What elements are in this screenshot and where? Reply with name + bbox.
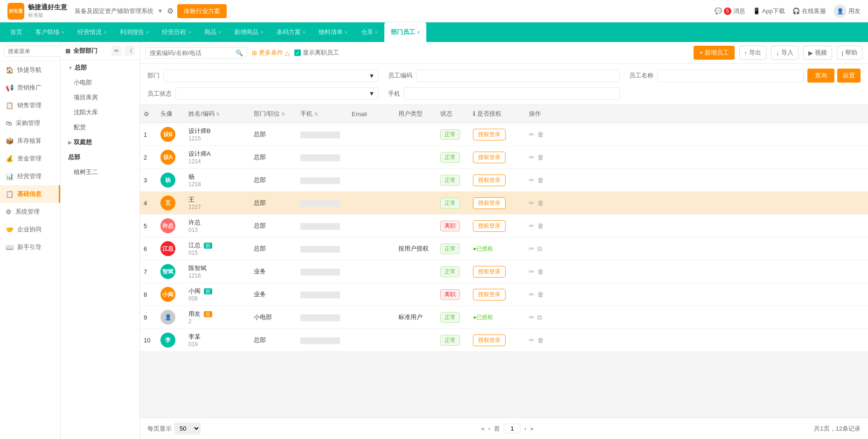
help-button[interactable]: | 帮助 (837, 46, 862, 60)
sidebar-item-guide[interactable]: 📖 新手引导 (0, 238, 60, 256)
tab-add-goods[interactable]: 新增商品 × (228, 22, 270, 42)
delete-icon[interactable]: 🗑 (537, 153, 544, 161)
sidebar-item-marketing[interactable]: 📢 营销推广 (0, 79, 60, 97)
col-phone[interactable]: 手机 ⇅ (297, 105, 348, 123)
more-conditions-toggle[interactable]: ⊞ 更多条件 △ (252, 49, 290, 57)
tab-goods-close[interactable]: × (218, 29, 221, 35)
delete-icon[interactable]: 🗑 (537, 176, 544, 184)
edit-icon[interactable]: ✏ (529, 291, 535, 298)
app-download-button[interactable]: 📱 App下载 (753, 7, 785, 15)
next-page-button[interactable]: › (524, 425, 526, 432)
edit-icon[interactable]: ✏ (529, 222, 535, 230)
tab-customer-close[interactable]: × (62, 29, 64, 35)
delete-icon[interactable]: 🗑 (537, 222, 544, 230)
dept-sort-icon[interactable]: ⇅ (281, 111, 285, 117)
tab-profit-close[interactable]: × (146, 29, 149, 35)
auth-button[interactable]: 授权登录 (473, 129, 506, 140)
emp-name-input[interactable] (657, 70, 804, 82)
dept-node-shenyang[interactable]: 沈阳大库 (61, 105, 139, 120)
tab-profit[interactable]: 利润报告 × (113, 22, 155, 42)
tab-bom[interactable]: 物料清单 × (312, 22, 354, 42)
edit-icon[interactable]: ✏ (529, 268, 535, 275)
sidebar-item-inventory[interactable]: 📦 库存核算 (0, 132, 60, 150)
dept-node-zongbu2[interactable]: 总部 (61, 150, 139, 165)
emp-code-input[interactable] (416, 70, 619, 82)
dept-node-zhishu[interactable]: 植树王二 (61, 165, 139, 180)
sidebar-item-enterprise[interactable]: 🤝 企业协同 (0, 221, 60, 238)
edit-icon[interactable]: ✏ (529, 153, 535, 161)
dept-collapse-icon[interactable]: 《 (125, 46, 135, 56)
tab-employee[interactable]: 部门员工 × (384, 22, 426, 42)
auth-button[interactable]: 授权登录 (473, 197, 506, 209)
user-menu[interactable]: 👤 用友 (833, 5, 861, 18)
last-page-button[interactable]: » (530, 425, 533, 432)
sidebar-item-finance[interactable]: 💰 资金管理 (0, 150, 60, 167)
dept-node-xiangmu[interactable]: 项目库房 (61, 90, 139, 105)
dept-edit-icon[interactable]: ✏ (111, 46, 122, 56)
edit-icon[interactable]: ✏ (529, 131, 535, 138)
col-name-code[interactable]: 姓名/编码 ⇅ (185, 105, 250, 123)
auth-button[interactable]: 授权登录 (473, 174, 506, 186)
tab-barcode[interactable]: 条码方案 × (270, 22, 312, 42)
trial-button[interactable]: 体验行业方案 (177, 4, 227, 18)
tab-employee-close[interactable]: × (417, 29, 420, 35)
dept-node-xiaodiandbu[interactable]: 小电部 (61, 75, 139, 90)
tab-journey[interactable]: 经营历程 × (155, 22, 197, 42)
tab-operations[interactable]: 经营情况 × (71, 22, 113, 42)
copy-icon[interactable]: ⧉ (537, 245, 542, 253)
online-service-button[interactable]: 🎧 在线客服 (792, 7, 826, 15)
tab-add-goods-close[interactable]: × (260, 29, 263, 35)
add-employee-button[interactable]: + 新增员工 (694, 46, 734, 60)
edit-icon[interactable]: ✏ (529, 336, 535, 344)
first-page-button[interactable]: « (481, 425, 485, 432)
delete-icon[interactable]: 🗑 (537, 131, 544, 138)
dept-node-shuangting[interactable]: ▶ 双庭想 (61, 135, 139, 150)
tab-goods[interactable]: 商品 × (198, 22, 228, 42)
sidebar-item-quick-nav[interactable]: 🏠 快捷导航 (0, 61, 60, 79)
delete-icon[interactable]: 🗑 (537, 268, 544, 275)
gear-icon[interactable]: ⚙ (167, 7, 174, 15)
copy-icon[interactable]: ⧉ (537, 314, 542, 321)
dept-node-zongbu[interactable]: ▼ 总部 (61, 60, 139, 75)
video-button[interactable]: ▶ 视频 (803, 46, 832, 60)
tab-barcode-close[interactable]: × (303, 29, 306, 35)
edit-icon[interactable]: ✏ (529, 199, 535, 207)
show-resigned-toggle[interactable]: ✓ 显示离职员工 (294, 49, 339, 57)
prev-page-button[interactable]: ‹ (488, 425, 490, 432)
col-dept-position[interactable]: 部门/职位 ⇅ (250, 105, 297, 123)
delete-icon[interactable]: 🗑 (537, 291, 544, 298)
delete-icon[interactable]: 🗑 (537, 336, 544, 344)
tab-customer[interactable]: 客户联络 × (29, 22, 71, 42)
tab-operations-close[interactable]: × (104, 29, 106, 35)
delete-icon[interactable]: 🗑 (537, 199, 544, 207)
system-dropdown-arrow[interactable]: ▼ (157, 7, 163, 14)
message-button[interactable]: 💬 5 消息 (715, 7, 745, 15)
emp-status-select[interactable]: ▼ (175, 87, 379, 100)
sidebar-item-purchase[interactable]: 🛍 采购管理 (0, 114, 60, 132)
phone-input[interactable] (404, 87, 619, 100)
sidebar-item-sales[interactable]: 📋 销售管理 (0, 97, 60, 114)
filter-reset-button[interactable]: 设置 (837, 69, 861, 83)
page-number-input[interactable] (504, 424, 521, 433)
tab-journey-close[interactable]: × (188, 29, 191, 35)
sidebar-item-operations[interactable]: 📊 经营管理 (0, 167, 60, 185)
dept-filter-select[interactable]: ▼ (163, 70, 379, 82)
export-button[interactable]: ↑ 导出 (739, 46, 767, 60)
tab-bom-close[interactable]: × (345, 29, 347, 35)
dept-node-peihuo[interactable]: 配货 (61, 120, 139, 135)
import-button[interactable]: ↓ 导入 (771, 46, 799, 60)
sidebar-item-system[interactable]: ⚙ 系统管理 (0, 203, 60, 221)
tab-warehouse-close[interactable]: × (375, 29, 378, 35)
auth-button[interactable]: 授权登录 (473, 152, 506, 163)
tab-home[interactable]: 首页 (4, 22, 29, 42)
edit-icon[interactable]: ✏ (529, 176, 535, 184)
auth-button[interactable]: 授权登录 (473, 289, 506, 300)
phone-sort-icon[interactable]: ⇅ (314, 111, 318, 117)
auth-button[interactable]: 授权登录 (473, 334, 506, 346)
employee-search-input[interactable] (150, 49, 234, 56)
page-size-select[interactable]: 50 100 200 (174, 423, 201, 434)
auth-button[interactable]: 授权登录 (473, 266, 506, 278)
auth-button[interactable]: 授权登录 (473, 220, 506, 232)
sidebar-item-basic[interactable]: 📋 基础信息 (0, 185, 60, 203)
col-settings[interactable]: ⚙ (140, 105, 157, 123)
